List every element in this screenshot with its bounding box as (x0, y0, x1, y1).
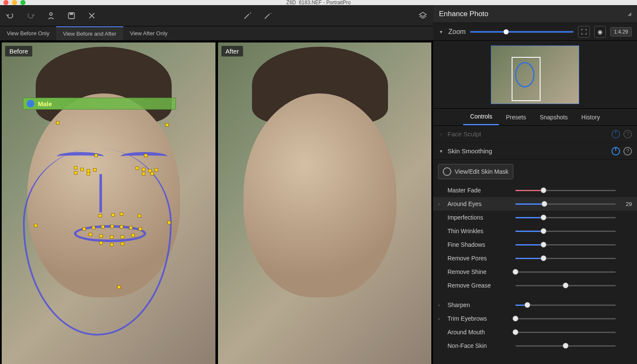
slider-track[interactable] (515, 203, 616, 205)
slider-remove-grease[interactable]: Remove Grease (433, 279, 637, 292)
landmark-point[interactable] (167, 221, 171, 224)
landmark-point[interactable] (34, 224, 37, 227)
slider-track[interactable] (515, 217, 616, 218)
after-image-pane[interactable]: After (218, 42, 432, 364)
before-image-pane[interactable]: Before Male (2, 42, 215, 364)
controls-scroll[interactable]: › Face Sculpt ? ▾ Skin Smoothing ? View/… (433, 126, 637, 364)
layers-icon[interactable] (418, 11, 428, 21)
slider-trim-eyebrows[interactable]: › Trim Eyebrows (433, 312, 637, 325)
landmark-point[interactable] (56, 121, 59, 124)
landmark-point[interactable] (139, 227, 142, 231)
slider-track[interactable] (515, 231, 616, 232)
landmark-point[interactable] (120, 212, 123, 216)
slider-sharpen[interactable]: › Sharpen (433, 298, 637, 312)
save-button[interactable] (66, 11, 76, 21)
panel-menu-icon[interactable]: ◢ (628, 11, 631, 17)
landmark-point[interactable] (142, 172, 145, 175)
landmark-point[interactable] (89, 233, 92, 236)
landmark-point[interactable] (155, 168, 158, 172)
view-edit-skin-mask-button[interactable]: View/Edit Skin Mask (438, 164, 513, 179)
close-icon[interactable] (87, 11, 97, 21)
slider-track[interactable] (515, 332, 616, 333)
tab-view-after-only[interactable]: View After Only (123, 26, 175, 40)
landmark-point[interactable] (150, 172, 154, 175)
help-icon[interactable]: ? (623, 147, 632, 155)
slider-fine-shadows[interactable]: Fine Shadows (433, 238, 637, 251)
slider-remove-pores[interactable]: Remove Pores (433, 251, 637, 265)
person-icon[interactable] (46, 11, 56, 21)
minimize-window-button[interactable] (12, 0, 17, 5)
landmark-point[interactable] (74, 166, 77, 169)
slider-track[interactable] (515, 244, 616, 245)
slider-remove-shine[interactable]: Remove Shine (433, 265, 637, 279)
slider-master-fade[interactable]: Master Fade (433, 183, 637, 197)
landmark-point[interactable] (110, 235, 113, 239)
landmark-point[interactable] (101, 225, 105, 229)
tab-presets[interactable]: Presets (499, 109, 532, 125)
slider-around-mouth[interactable]: Around Mouth (433, 325, 637, 339)
maximize-window-button[interactable] (20, 0, 25, 5)
landmark-point[interactable] (94, 154, 98, 157)
help-icon[interactable]: ? (623, 130, 632, 138)
landmark-point[interactable] (87, 172, 90, 175)
tab-view-before-only[interactable]: View Before Only (0, 26, 56, 40)
fit-viewport-icon[interactable]: ⛶ (578, 26, 590, 38)
landmark-point[interactable] (74, 171, 77, 175)
slider-track[interactable] (515, 345, 616, 347)
landmark-point[interactable] (110, 225, 114, 228)
landmark-point[interactable] (93, 168, 96, 172)
power-icon[interactable] (612, 147, 620, 155)
landmark-point[interactable] (138, 214, 141, 217)
landmark-point[interactable] (92, 226, 95, 229)
landmark-point[interactable] (82, 227, 86, 231)
power-icon[interactable] (612, 130, 620, 138)
brush-remove-icon[interactable]: − (263, 11, 273, 21)
slider-track[interactable] (515, 305, 616, 306)
view-mode-tabs: View Before Only View Before and After V… (0, 26, 433, 41)
landmark-point[interactable] (142, 168, 145, 171)
tab-history[interactable]: History (575, 109, 607, 125)
landmark-point[interactable] (117, 285, 121, 289)
landmark-point[interactable] (120, 225, 123, 229)
slider-track[interactable] (515, 285, 616, 286)
tab-view-before-after[interactable]: View Before and After (56, 26, 123, 40)
slider-track[interactable] (515, 271, 616, 273)
landmark-point[interactable] (99, 241, 103, 245)
landmark-point[interactable] (111, 213, 115, 217)
landmark-point[interactable] (136, 166, 139, 170)
window-title: Z6D_6183.NEF - PortraitPro (286, 0, 351, 6)
slider-track[interactable] (515, 258, 616, 259)
slider-thin-wrinkles[interactable]: Thin Wrinkles (433, 224, 637, 238)
tab-controls[interactable]: Controls (463, 109, 499, 125)
slider-around-eyes[interactable]: › Around Eyes 29 (433, 197, 637, 211)
slider-non-face-skin[interactable]: Non-Face Skin (433, 339, 637, 353)
window-controls (3, 0, 25, 5)
landmark-point[interactable] (99, 214, 102, 217)
landmark-point[interactable] (129, 226, 133, 229)
landmark-point[interactable] (80, 168, 84, 171)
landmark-point[interactable] (165, 123, 169, 127)
navigator-thumb[interactable] (491, 45, 579, 104)
slider-track[interactable] (515, 318, 616, 319)
landmark-point[interactable] (110, 243, 113, 246)
undo-button[interactable] (5, 11, 15, 21)
slider-imperfections[interactable]: Imperfections (433, 211, 637, 224)
landmark-point[interactable] (99, 234, 103, 238)
tab-snapshots[interactable]: Snapshots (533, 109, 575, 125)
zoom-readout[interactable]: 1:4.29 (610, 27, 632, 37)
section-texture[interactable]: › Texture (433, 358, 637, 364)
landmark-point[interactable] (121, 235, 124, 239)
zoom-slider[interactable] (470, 31, 574, 33)
close-window-button[interactable] (3, 0, 8, 5)
slider-track[interactable] (515, 190, 616, 191)
landmark-point[interactable] (131, 234, 135, 237)
fit-face-icon[interactable]: ◉ (594, 26, 606, 38)
landmark-point[interactable] (144, 154, 147, 157)
brush-add-icon[interactable]: + (242, 11, 252, 21)
gender-badge[interactable]: Male (23, 98, 176, 110)
chevron-down-icon[interactable]: ▾ (438, 29, 444, 35)
section-face-sculpt[interactable]: › Face Sculpt ? (433, 126, 637, 143)
landmark-point[interactable] (121, 242, 124, 245)
redo-button[interactable] (25, 11, 36, 21)
section-skin-smoothing[interactable]: ▾ Skin Smoothing ? (433, 143, 637, 160)
